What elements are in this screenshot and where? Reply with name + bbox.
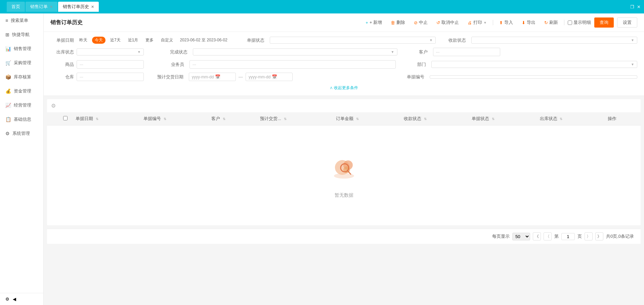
th-bill-status[interactable]: 单据状态 ⇅ xyxy=(468,112,535,125)
import-icon: ⬆ xyxy=(499,20,503,25)
search-menu-icon: ≡ xyxy=(5,18,8,23)
date-yesterday[interactable]: 昨天 xyxy=(77,37,90,44)
sidebar-item-basic-info[interactable]: 📋 基础信息 xyxy=(0,112,43,126)
print-arrow-icon: ▼ xyxy=(483,21,487,25)
page-suffix: 页 xyxy=(577,233,582,239)
per-page-label: 每页显示 xyxy=(492,233,510,239)
sidebar: ≡ 搜索菜单 ⊞ 快捷导航 📊 销售管理 🛒 采购管理 📦 库存核算 💰 资金管… xyxy=(0,13,44,305)
restore-button[interactable]: ❐ xyxy=(630,4,634,9)
date-custom[interactable]: 自定义 xyxy=(158,37,176,44)
sidebar-item-quicknav[interactable]: ⊞ 快捷导航 xyxy=(0,28,43,42)
th-checkbox xyxy=(59,112,72,125)
date-7days[interactable]: 近7天 xyxy=(108,37,123,44)
delete-button[interactable]: 🗑 删除 xyxy=(388,18,408,27)
tab-sales-order[interactable]: 销售订单 ✕ xyxy=(26,2,57,12)
table-settings-icon[interactable]: ⚙ xyxy=(51,103,56,109)
table-body: 暂无数据 xyxy=(47,125,641,226)
sort-customer-icon: ⇅ xyxy=(223,117,225,121)
close-sales-order-tab[interactable]: ✕ xyxy=(50,5,53,9)
calendar-from-icon[interactable]: 📅 xyxy=(215,74,220,79)
content-area: 销售订单历史 + + 新增 🗑 删除 ⊘ 中止 ↺ 取消中止 xyxy=(44,13,644,305)
date-separator: — xyxy=(239,74,243,79)
purchase-icon: 🛒 xyxy=(5,60,11,66)
import-button[interactable]: ⬆ 导入 xyxy=(497,18,516,27)
sidebar-item-inventory[interactable]: 📦 库存核算 xyxy=(0,70,43,84)
sidebar-item-system[interactable]: ⚙ 系统管理 xyxy=(0,126,43,141)
department-label: 部门 xyxy=(402,62,426,68)
salesperson-label: 业务员 xyxy=(161,62,184,68)
sidebar-item-finance[interactable]: 💰 资金管理 xyxy=(0,84,43,98)
date-1month[interactable]: 近1月 xyxy=(125,37,141,44)
delivery-status-select[interactable]: ▼ xyxy=(77,48,144,55)
table-toolbar: ⚙ xyxy=(47,99,641,112)
salesperson-input[interactable]: ··· xyxy=(189,60,396,69)
bill-number-input[interactable] xyxy=(430,75,638,79)
page-input[interactable] xyxy=(561,233,575,240)
print-icon: 🖨 xyxy=(468,20,472,25)
per-page-select[interactable]: 50 10 20 100 xyxy=(512,233,530,240)
select-all-checkbox[interactable] xyxy=(63,116,68,120)
sort-number-icon: ⇅ xyxy=(164,117,166,121)
print-button[interactable]: 🖨 打印 ▼ xyxy=(465,18,489,27)
empty-state: 暂无数据 xyxy=(47,125,641,225)
first-page-button[interactable]: 《 xyxy=(533,232,541,240)
tabs-container: 首页 销售订单 ✕ 销售订单历史 ✕ xyxy=(7,2,630,12)
stop-button[interactable]: ⊘ 中止 xyxy=(411,18,430,27)
date-more[interactable]: 更多 xyxy=(143,37,156,44)
sales-icon: 📊 xyxy=(5,46,11,51)
filter-row-4: 仓库 ··· 预计交货日期 yyyy-mm-dd 📅 — yyyy-mm-dd … xyxy=(50,73,637,81)
customer-input[interactable]: ··· xyxy=(433,48,500,56)
delivery-date-from[interactable]: yyyy-mm-dd 📅 xyxy=(189,73,236,81)
cancel-stop-button[interactable]: ↺ 取消中止 xyxy=(434,18,462,27)
th-number[interactable]: 单据编号 ⇅ xyxy=(139,112,207,125)
sidebar-item-purchase[interactable]: 🛒 采购管理 xyxy=(0,56,43,70)
display-detail-checkbox[interactable] xyxy=(568,21,572,25)
export-button[interactable]: ⬇ 导出 xyxy=(519,18,538,27)
th-amount[interactable]: 订单金额 ⇅ xyxy=(332,112,400,125)
refresh-icon: ↻ xyxy=(544,20,548,25)
setting-button[interactable]: 设置 xyxy=(617,17,637,28)
last-page-button[interactable]: 》 xyxy=(595,232,603,240)
th-delivery-date[interactable]: 预计交货... ⇅ xyxy=(256,112,332,125)
payment-status-select[interactable]: ▼ xyxy=(471,37,637,44)
th-date[interactable]: 单据日期 ⇅ xyxy=(72,112,139,125)
divider-1 xyxy=(493,20,493,25)
new-button[interactable]: + + 新增 xyxy=(363,18,385,27)
th-customer[interactable]: 客户 ⇅ xyxy=(207,112,256,125)
delivery-date-to[interactable]: yyyy-mm-dd 📅 xyxy=(246,73,293,81)
next-page-button[interactable]: 〉 xyxy=(585,232,593,240)
close-history-tab[interactable]: ✕ xyxy=(91,5,94,9)
collapse-filters[interactable]: ∧ 收起更多条件 xyxy=(50,85,637,91)
top-bar-right: ❐ ✕ xyxy=(630,4,641,9)
collapse-sidebar-icon[interactable]: ◀ xyxy=(13,297,16,302)
delete-icon: 🗑 xyxy=(391,20,395,25)
prev-page-button[interactable]: 〈 xyxy=(544,232,552,240)
date-group: 昨天 今天 近7天 近1月 更多 自定义 2023-06-02 至 2023-0… xyxy=(77,37,227,44)
delivery-date-label: 预计交货日期 xyxy=(157,74,183,80)
warehouse-input[interactable]: ··· xyxy=(77,73,144,81)
calendar-to-icon[interactable]: 📅 xyxy=(272,74,277,79)
payment-status-arrow-icon: ▼ xyxy=(631,38,634,42)
settings-footer-icon[interactable]: ⚙ xyxy=(5,297,9,302)
sidebar-item-search[interactable]: ≡ 搜索菜单 xyxy=(0,13,43,28)
empty-row: 暂无数据 xyxy=(47,125,641,226)
empty-illustration xyxy=(327,152,361,187)
close-window-button[interactable]: ✕ xyxy=(637,4,641,9)
tab-home[interactable]: 首页 xyxy=(7,2,25,12)
sidebar-item-operations[interactable]: 📈 经营管理 xyxy=(0,98,43,112)
total-text: 共0页,0条记录 xyxy=(606,233,634,239)
th-delivery-status[interactable]: 出库状态 ⇅ xyxy=(536,112,604,125)
bill-status-select[interactable]: ▼ xyxy=(270,37,436,44)
cancel-stop-icon: ↺ xyxy=(436,20,440,25)
sidebar-item-sales[interactable]: 📊 销售管理 xyxy=(0,42,43,56)
product-input[interactable]: ··· xyxy=(77,60,144,69)
complete-status-select[interactable]: ▼ xyxy=(193,48,397,55)
date-today[interactable]: 今天 xyxy=(92,37,105,44)
th-payment-status[interactable]: 收款状态 ⇅ xyxy=(400,112,468,125)
department-select[interactable]: ▼ xyxy=(431,61,638,68)
tab-sales-order-history[interactable]: 销售订单历史 ✕ xyxy=(58,2,99,12)
date-range-text: 2023-06-02 至 2023-06-02 xyxy=(180,37,227,43)
table-header-row: 单据日期 ⇅ 单据编号 ⇅ 客户 ⇅ 预计交货... xyxy=(47,112,641,125)
refresh-button[interactable]: ↻ 刷新 xyxy=(542,18,561,27)
query-button[interactable]: 查询 xyxy=(594,17,614,28)
